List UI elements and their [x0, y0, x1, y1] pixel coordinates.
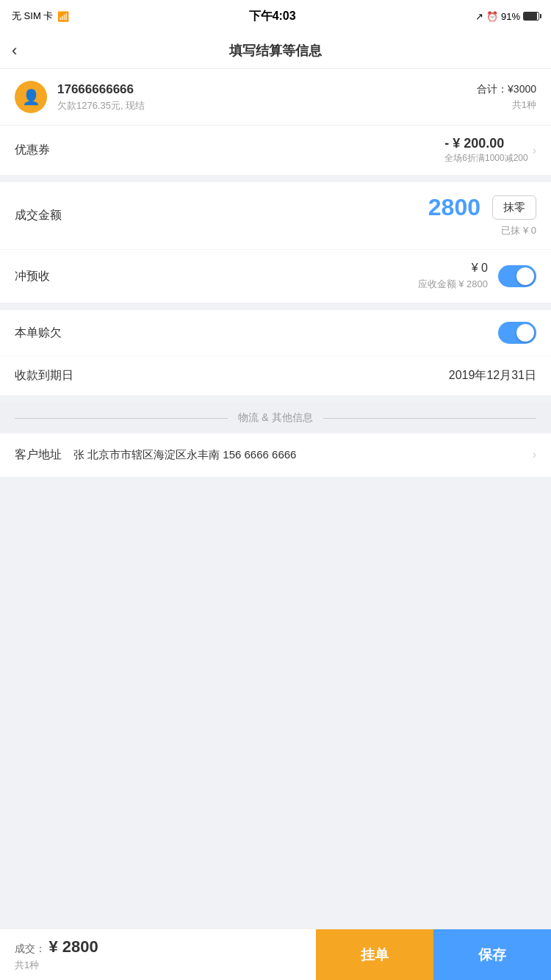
prepay-amounts: ¥ 0 应收金额 ¥ 2800	[418, 262, 488, 291]
prepay-toggle-knob	[516, 267, 534, 285]
battery-percent: 91%	[501, 11, 520, 22]
due-date-label: 收款到期日	[15, 368, 73, 383]
prepay-right-area: ¥ 0 应收金额 ¥ 2800	[418, 262, 536, 291]
battery-icon	[523, 12, 539, 21]
footer-deal-line: 成交： ¥ 2800	[15, 937, 301, 956]
prepay-toggle[interactable]	[498, 265, 536, 287]
customer-row: 👤 17666666666 欠款1276.35元, 现结 合计：¥3000 共1…	[0, 69, 551, 125]
amount-area: 2800 抹零	[428, 194, 536, 221]
round-button[interactable]: 抹零	[492, 195, 536, 220]
carrier-text: 无 SIM 卡	[12, 10, 53, 23]
debit-toggle-knob	[516, 324, 534, 342]
address-section: 客户地址 张 北京市市辖区海淀区永丰南 156 6666 6666 ›	[0, 433, 551, 477]
location-icon: ↗	[475, 11, 483, 22]
coupon-chevron-icon: ›	[533, 144, 536, 157]
coupon-detail: 全场6折满1000减200	[444, 151, 527, 165]
alarm-icon: ⏰	[486, 11, 498, 22]
prepay-amount: ¥ 0	[418, 262, 488, 275]
deal-amount-section: 成交金额 2800 抹零 已抹 ¥ 0 冲预收 ¥ 0 应收金额 ¥ 2800	[0, 182, 551, 303]
status-time: 下午4:03	[249, 9, 296, 24]
divider-line-right	[323, 418, 536, 419]
divider-text: 物流 & 其他信息	[228, 411, 323, 425]
status-right: ↗ ⏰ 91%	[475, 11, 539, 22]
debit-label: 本单赊欠	[15, 325, 62, 341]
divider-line-left	[15, 418, 228, 419]
deal-amount-col: 2800 抹零 已抹 ¥ 0	[428, 194, 536, 237]
customer-debt: 欠款1276.35元, 现结	[57, 99, 145, 112]
due-date-row: 收款到期日 2019年12月31日	[0, 356, 551, 395]
debit-toggle[interactable]	[498, 322, 536, 344]
customer-right: 合计：¥3000 共1种	[477, 83, 536, 112]
customer-info: 17666666666 欠款1276.35元, 现结	[57, 82, 145, 112]
deal-amount-value: 2800	[428, 194, 480, 221]
save-button[interactable]: 保存	[433, 929, 551, 981]
debit-section: 本单赊欠 收款到期日 2019年12月31日	[0, 310, 551, 395]
address-row[interactable]: 客户地址 张 北京市市辖区海淀区永丰南 156 6666 6666 ›	[0, 433, 551, 477]
customer-left: 👤 17666666666 欠款1276.35元, 现结	[15, 81, 145, 113]
footer-deal-label: 成交：	[15, 943, 46, 954]
footer-count: 共1种	[15, 959, 301, 972]
coupon-discount: - ¥ 200.00	[444, 136, 527, 151]
prepay-sub: 应收金额 ¥ 2800	[418, 278, 488, 291]
address-content: 张 北京市市辖区海淀区永丰南 156 6666 6666	[66, 447, 533, 464]
prepay-label: 冲预收	[15, 269, 50, 284]
due-date-value: 2019年12月31日	[449, 368, 536, 383]
deal-amount-label: 成交金额	[15, 208, 62, 223]
total-label: 合计：¥3000	[477, 83, 536, 96]
footer: 成交： ¥ 2800 共1种 挂单 保存	[0, 929, 551, 980]
coupon-row[interactable]: 优惠券 - ¥ 200.00 全场6折满1000减200 ›	[0, 125, 551, 175]
footer-amount: ¥ 2800	[48, 937, 98, 956]
page-title: 填写结算等信息	[229, 42, 322, 60]
address-label: 客户地址	[15, 447, 66, 463]
coupon-right: - ¥ 200.00 全场6折满1000减200 ›	[444, 136, 536, 165]
total-count: 共1种	[477, 98, 536, 112]
nav-bar: ‹ 填写结算等信息	[0, 32, 551, 69]
status-bar: 无 SIM 卡 📶 下午4:03 ↗ ⏰ 91%	[0, 0, 551, 32]
deal-amount-sub: 已抹 ¥ 0	[428, 224, 536, 237]
back-button[interactable]: ‹	[12, 41, 17, 60]
coupon-label: 优惠券	[15, 143, 50, 158]
debit-row: 本单赊欠	[0, 310, 551, 356]
deal-amount-row: 成交金额 2800 抹零 已抹 ¥ 0	[0, 182, 551, 250]
prepay-row: 冲预收 ¥ 0 应收金额 ¥ 2800	[0, 250, 551, 303]
wifi-icon: 📶	[57, 11, 69, 22]
pending-button[interactable]: 挂单	[316, 929, 433, 981]
customer-section: 👤 17666666666 欠款1276.35元, 现结 合计：¥3000 共1…	[0, 69, 551, 175]
footer-spacer	[0, 484, 551, 543]
customer-phone: 17666666666	[57, 82, 145, 97]
footer-info: 成交： ¥ 2800 共1种	[0, 937, 316, 972]
address-chevron-icon: ›	[533, 448, 536, 461]
avatar: 👤	[15, 81, 47, 113]
avatar-icon: 👤	[22, 88, 40, 106]
status-left: 无 SIM 卡 📶	[12, 10, 69, 23]
section-divider: 物流 & 其他信息	[0, 403, 551, 433]
